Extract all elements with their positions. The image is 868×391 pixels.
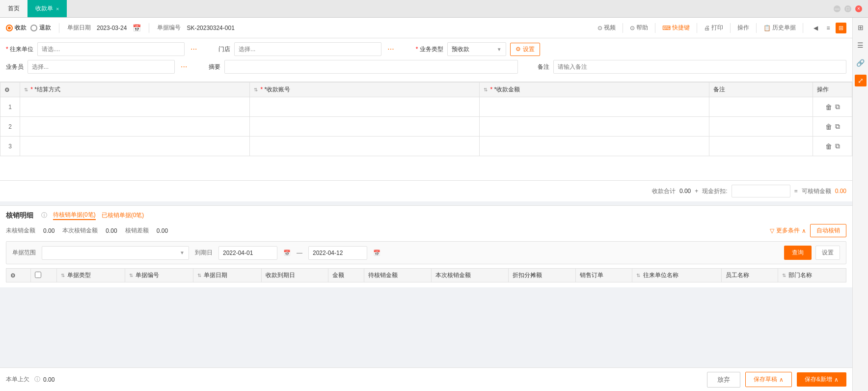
th-gear[interactable]: ⚙ (0, 83, 20, 97)
bottom-table-wrapper: ⚙ ⇅ 单据类型 ⇅ 单据编号 ⇅ (6, 268, 846, 282)
due-date-start-calendar-icon[interactable]: 📅 (283, 250, 291, 256)
settings-button[interactable]: ⚙ 设置 (510, 43, 540, 56)
verify-stats: 未核销金额 0.00 本次核销金额 0.00 核销差额 0.00 ▽ 更多条件 … (6, 224, 846, 237)
abandon-button[interactable]: 放弃 (707, 372, 740, 388)
bth-gear[interactable]: ⚙ (6, 269, 31, 282)
radio-receipt-circle (6, 25, 13, 31)
video-btn[interactable]: ⊙ 视频 (597, 24, 616, 32)
list-view-icon[interactable]: ≡ (823, 23, 834, 33)
window-close[interactable]: × (855, 5, 862, 12)
bottom-settings-btn[interactable]: 设置 (815, 246, 840, 260)
bth-checkbox[interactable] (30, 269, 56, 282)
row-2-account[interactable] (250, 117, 480, 137)
remark-input[interactable] (553, 60, 846, 74)
sidebar-table-icon[interactable]: ⊞ (855, 22, 867, 33)
due-date-start-input[interactable] (218, 246, 277, 260)
due-date-end-input[interactable] (308, 246, 367, 260)
due-date-end-calendar-icon[interactable]: 📅 (373, 250, 380, 256)
sort-icon-amount[interactable]: ⇅ (484, 87, 488, 92)
print-btn[interactable]: 🖨 打印 (704, 24, 723, 32)
main-wrapper: 收款 退款 单据日期 2023-03-24 📅 单据编号 SK-20230324… (0, 18, 868, 391)
footer-info: 本单上欠 ⓘ 0.00 (6, 375, 54, 384)
th-account-label: *收款账号 (260, 86, 290, 93)
verify-tab-pending[interactable]: 待核销单据(0笔) (53, 211, 96, 220)
row-1-account[interactable] (250, 97, 480, 117)
row-3-delete-icon[interactable]: 🗑 (825, 142, 832, 150)
staff-input[interactable] (27, 60, 175, 74)
form-row-1: 往来单位 ··· 门店 ··· 业务类型 预收款 ▼ ⚙ 设置 (6, 42, 846, 56)
sort-icon-account[interactable]: ⇅ (254, 87, 258, 92)
store-input[interactable] (234, 42, 381, 56)
partner-more-btn[interactable]: ··· (189, 45, 199, 54)
th-amount-label: *收款金额 (490, 86, 520, 93)
row-1-settlement[interactable] (20, 97, 250, 117)
row-3-copy-icon[interactable]: ⧉ (835, 142, 840, 150)
save-draft-button[interactable]: 保存草稿 ∧ (745, 372, 792, 387)
sort-icon-partner-name[interactable]: ⇅ (636, 273, 640, 278)
row-3-account[interactable] (250, 137, 480, 156)
settings-icon: ⚙ (515, 46, 521, 53)
sort-icon-settlement[interactable]: ⇅ (24, 87, 28, 92)
sort-icon-dept-name[interactable]: ⇅ (782, 273, 786, 278)
row-2-delete-icon[interactable]: 🗑 (825, 123, 832, 131)
verify-info-icon[interactable]: ⓘ (41, 211, 47, 220)
operation-btn[interactable]: 操作 (737, 24, 749, 32)
query-btn[interactable]: 查询 (784, 246, 812, 260)
prev-view-icon[interactable]: ◀ (810, 23, 821, 33)
row-3-settlement[interactable] (20, 137, 250, 156)
partner-input[interactable] (37, 42, 185, 56)
row-2-copy-icon[interactable]: ⧉ (835, 122, 840, 131)
staff-more-btn[interactable]: ··· (179, 62, 189, 71)
auto-verify-btn[interactable]: 自动核销 (810, 224, 846, 237)
row-2-amount[interactable] (480, 117, 709, 137)
sort-icon-bill-no[interactable]: ⇅ (129, 273, 133, 278)
sort-icon-bill-date[interactable]: ⇅ (197, 273, 201, 278)
right-sidebar: ⊞ ☰ 🔗 ⤢ (852, 18, 868, 391)
current-upper-value: 0.00 (43, 376, 54, 383)
bth-gear-icon: ⚙ (10, 272, 16, 279)
row-1-copy-icon[interactable]: ⧉ (835, 103, 840, 111)
bill-range-select[interactable]: ▼ (42, 246, 189, 260)
business-type-select[interactable]: 预收款 ▼ (447, 42, 506, 56)
select-all-checkbox[interactable] (35, 272, 41, 278)
tab-home[interactable]: 首页 (0, 0, 27, 17)
save-new-chevron: ∧ (834, 376, 839, 383)
tab-receipt[interactable]: 收款单 × (27, 0, 67, 17)
tab-close-icon[interactable]: × (56, 6, 59, 12)
save-new-button[interactable]: 保存&新增 ∧ (797, 372, 846, 387)
verify-actions-right: ▽ 更多条件 ∧ 自动核销 (770, 224, 846, 237)
summary-input[interactable] (224, 60, 517, 74)
row-3-amount[interactable] (480, 137, 709, 156)
radio-refund[interactable]: 退款 (30, 24, 51, 32)
discount-input[interactable] (732, 185, 790, 197)
store-more-btn[interactable]: ··· (385, 45, 396, 54)
grid-view-icon[interactable]: ⊞ (836, 23, 846, 33)
radio-receipt[interactable]: 收款 (6, 24, 27, 32)
footer-info-icon[interactable]: ⓘ (34, 375, 40, 384)
sort-icon-bill-type[interactable]: ⇅ (61, 273, 65, 278)
verify-tab-done[interactable]: 已核销单据(0笔) (102, 211, 144, 220)
sidebar-list-icon[interactable]: ☰ (855, 39, 867, 51)
row-1-remark[interactable] (709, 97, 813, 117)
window-minimize[interactable]: — (834, 5, 841, 12)
diff-label: 核销差额 (125, 226, 149, 235)
row-2-remark[interactable] (709, 117, 813, 137)
sidebar-expand-icon[interactable]: ⤢ (855, 75, 867, 86)
row-1-delete-icon[interactable]: 🗑 (825, 103, 832, 111)
save-draft-chevron: ∧ (779, 376, 784, 383)
row-3-remark[interactable] (709, 137, 813, 156)
date-calendar-icon[interactable]: 📅 (133, 24, 141, 32)
sidebar-link-icon[interactable]: 🔗 (855, 57, 867, 69)
sep7 (756, 23, 757, 33)
help-btn[interactable]: ⊙ 帮助 (630, 24, 648, 32)
view-icons: ◀ ≡ ⊞ (810, 23, 846, 33)
more-filter-btn[interactable]: ▽ 更多条件 ∧ (770, 226, 806, 235)
total-label: 收款合计 (652, 187, 676, 196)
window-maximize[interactable]: □ (844, 5, 851, 12)
data-table-wrapper: ⚙ ⇅ *结算方式 ⇅ *收款账号 ⇅ *收款金额 (0, 82, 852, 180)
history-btn[interactable]: 📋 历史单据 (763, 24, 796, 32)
row-2-settlement[interactable] (20, 117, 250, 137)
row-1-amount[interactable] (480, 97, 709, 117)
tab-home-label: 首页 (8, 4, 20, 13)
shortcut-btn[interactable]: ⌨ 快捷键 (662, 24, 690, 32)
